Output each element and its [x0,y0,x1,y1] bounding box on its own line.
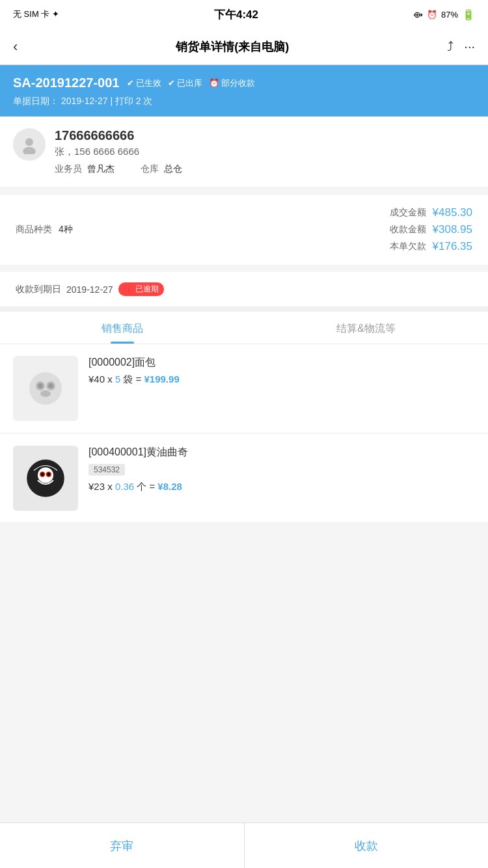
clock-icon: ⏰ [209,78,219,88]
alarm-icon: ⏰ [427,10,437,20]
equals-1: = [136,373,144,385]
product-image-2 [26,459,65,498]
battery-label: 87% [441,10,458,20]
status-right: ⟴ ⏰ 87% 🔋 [413,8,475,21]
svg-point-7 [40,390,51,397]
collected-amount-value: ¥308.95 [433,223,472,236]
nav-bar: ‹ 销货单详情(来自电脑) ⤴ ··· [0,29,488,65]
due-label: 收款到期日 [16,284,61,295]
due-section: 收款到期日 2019-12-27 ❗ 已逾期 [0,272,488,312]
warehouse-label: 仓库 总仓 [141,163,182,175]
check-icon-1: ✔ [127,78,134,88]
status-partial-label: 部分收款 [221,77,255,89]
amounts-summary: 成交金额 ¥485.30 收款金额 ¥308.95 本单欠款 ¥176.35 [390,206,472,253]
qty-1: 5 [115,373,120,385]
status-activated-label: 已生效 [136,77,161,89]
more-icon[interactable]: ··· [464,39,475,54]
svg-point-5 [38,383,43,388]
owed-label: 本单欠款 [390,241,426,252]
page-title: 销货单详情(来自电脑) [176,39,289,55]
deal-amount-row: 成交金额 ¥485.30 [390,206,472,219]
collected-amount-row: 收款金额 ¥308.95 [390,223,472,236]
products-list: [0000002]面包 ¥40 x 5 袋 = ¥199.99 [0,344,488,523]
order-date-row: 单据日期： 2019-12-27 | 打印 2 次 [13,96,475,107]
product-card-2: [000400001]黄油曲奇 534532 ¥23 x 0.36 个 = ¥8… [0,434,488,523]
owed-amount-value: ¥176.35 [433,240,472,253]
total-2: ¥8.28 [157,481,182,492]
unit-1: 袋 [123,373,133,385]
date-label: 单据日期： [13,96,59,106]
product-types: 商品种类 4种 [16,224,73,236]
salesperson-value: 曾凡杰 [87,163,115,174]
collected-label: 收款金额 [390,224,426,236]
customer-section: 17666666666 张，156 6666 6666 业务员 曾凡杰 仓库 总… [0,116,488,187]
product-price-1: ¥40 x 5 袋 = ¥199.99 [88,373,475,386]
status-partial-payment: ⏰ 部分收款 [209,77,255,89]
product-name-1: [0000002]面包 [88,356,475,370]
order-date: 2019-12-27 [61,96,108,106]
customer-info: 17666666666 张，156 6666 6666 业务员 曾凡杰 仓库 总… [55,128,475,175]
status-time: 下午4:42 [214,7,258,22]
product-types-label: 商品种类 [16,224,52,234]
unit-price-2: ¥23 [88,481,105,492]
status-activated: ✔ 已生效 [127,77,161,89]
qty-2: 0.36 [115,481,134,492]
product-card-1: [0000002]面包 ¥40 x 5 袋 = ¥199.99 [0,344,488,433]
total-1: ¥199.99 [144,373,180,385]
unit-price-1: ¥40 [88,373,105,385]
overdue-icon: ❗ [124,285,133,294]
header-banner: SA-20191227-001 ✔ 已生效 ✔ 已出库 ⏰ 部分收款 单据日期：… [0,65,488,116]
product-types-value: 4种 [59,224,73,234]
share-icon[interactable]: ⤴ [447,39,454,54]
product-info-1: [0000002]面包 ¥40 x 5 袋 = ¥199.99 [88,356,475,386]
deal-amount-label: 成交金额 [390,207,426,219]
svg-point-2 [29,372,62,405]
warehouse-value: 总仓 [164,163,182,174]
product-thumb-2 [13,446,78,511]
svg-point-0 [25,138,33,146]
location-icon: ⟴ [413,10,423,20]
owl-icon-1 [26,369,65,408]
tabs-section: 销售商品 结算&物流等 [0,312,488,344]
overdue-badge: ❗ 已逾期 [118,282,164,296]
svg-point-6 [48,383,53,388]
customer-avatar [13,128,46,161]
overdue-label: 已逾期 [135,284,159,295]
tab-sales-products[interactable]: 销售商品 [0,312,244,344]
sku-badge-2: 534532 [88,464,125,476]
product-price-2: ¥23 x 0.36 个 = ¥8.28 [88,481,475,493]
deal-amount-value: ¥485.30 [433,206,472,219]
svg-point-13 [47,473,50,476]
person-icon [20,135,39,154]
check-icon-2: ✔ [168,78,175,88]
order-id: SA-20191227-001 [13,75,119,90]
collect-payment-button[interactable]: 收款 [245,823,489,868]
svg-point-12 [41,473,44,476]
cancel-label: 弃审 [110,838,133,854]
customer-meta: 业务员 曾凡杰 仓库 总仓 [55,163,475,175]
confirm-label: 收款 [355,838,378,854]
status-tags: ✔ 已生效 ✔ 已出库 ⏰ 部分收款 [127,77,255,89]
svg-point-1 [23,147,36,154]
status-shipped: ✔ 已出库 [168,77,202,89]
status-left: 无 SIM 卡 ✦ [13,8,59,20]
print-count: | 打印 2 次 [110,96,152,106]
bottom-bar: 弃审 收款 [0,822,488,868]
equals-2: = [149,481,157,492]
nav-actions: ⤴ ··· [447,39,475,54]
status-shipped-label: 已出库 [177,77,202,89]
tab-settlement[interactable]: 结算&物流等 [244,312,488,344]
battery-icon: 🔋 [462,8,475,21]
back-button[interactable]: ‹ [13,38,18,55]
unit-2: 个 [137,481,146,492]
summary-section: 商品种类 4种 成交金额 ¥485.30 收款金额 ¥308.95 本单欠款 ¥… [0,194,488,265]
due-date: 2019-12-27 [66,284,113,295]
owed-amount-row: 本单欠款 ¥176.35 [390,240,472,253]
customer-id: 17666666666 [55,128,475,143]
multiply-sign-2: x [107,481,115,492]
product-thumb-1 [13,356,78,421]
product-name-2: [000400001]黄油曲奇 [88,446,475,459]
salesperson-label: 业务员 曾凡杰 [55,163,115,175]
multiply-sign-1: x [107,373,115,385]
cancel-review-button[interactable]: 弃审 [0,823,245,868]
